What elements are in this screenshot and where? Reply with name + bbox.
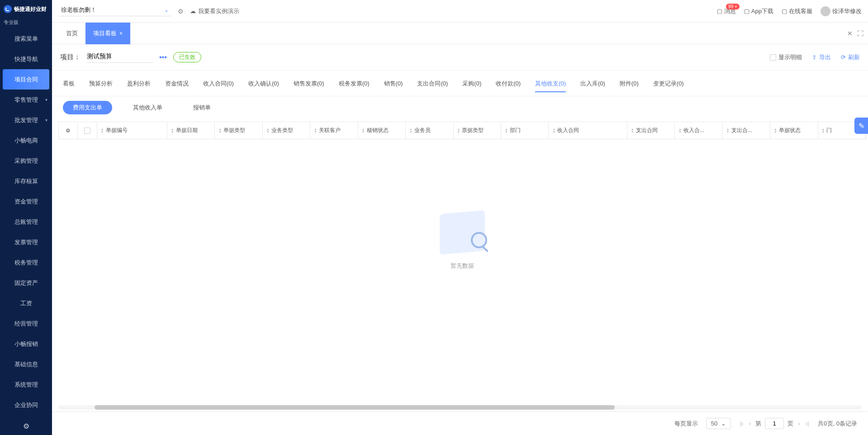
column-header[interactable]: ▲▼业务员 [406,122,453,139]
app-download-link[interactable]: ▢App下载 [744,7,773,15]
sort-icon[interactable]: ▲▼ [631,128,634,133]
tenant-settings-icon[interactable]: ⚙ [178,8,184,15]
sort-icon[interactable]: ▲▼ [314,128,317,133]
sidebar-item[interactable]: 系统管理 [0,374,52,395]
column-header[interactable]: ▲▼业务类型 [263,122,310,139]
sort-icon[interactable]: ▲▼ [505,128,508,133]
sidebar-item[interactable]: 企业协同 [0,395,52,415]
sidebar-item[interactable]: 采购管理 [0,151,52,171]
sidebar-item[interactable]: 小畅电商 [0,130,52,151]
chevron-down-icon[interactable]: ⌄ [164,7,169,13]
sort-icon[interactable]: ▲▼ [218,128,222,133]
sidebar-item[interactable]: 小畅报销 [0,334,52,354]
sidebar-item[interactable]: 税务管理 [0,252,52,273]
subtab[interactable]: 预算分析 [89,76,113,92]
column-header[interactable]: ▲▼单据状态 [770,122,818,139]
column-header[interactable]: ▲▼收入合... [675,122,722,139]
cloud-icon: ☁ [190,8,196,14]
filter-pill[interactable]: 报销单 [183,101,221,114]
column-header[interactable]: ▲▼收入合同 [549,122,627,139]
sidebar-item[interactable]: 批发管理 [0,110,52,130]
demo-link[interactable]: ☁ 我要看实例演示 [190,7,239,15]
action-icon: ▢ [782,8,787,14]
page-next-button[interactable]: › [797,419,801,428]
subtab[interactable]: 收入确认(0) [248,76,279,92]
page-prev-button[interactable]: ‹ [748,419,752,428]
column-header[interactable]: ▲▼单据类型 [215,122,262,139]
column-header[interactable]: ▲▼部门 [501,122,549,139]
subtab[interactable]: 变更记录(0) [653,76,684,92]
sort-icon[interactable]: ▲▼ [101,128,104,133]
sort-icon[interactable]: ▲▼ [171,128,174,133]
online-support-link[interactable]: ▢在线客服 [782,7,812,15]
subtab[interactable]: 销售(0) [384,76,403,92]
sidebar-item[interactable]: 发票管理 [0,232,52,252]
refresh-button[interactable]: ⟳ 刷新 [841,53,860,61]
subtab[interactable]: 采购(0) [462,76,481,92]
sidebar-item[interactable]: 固定资产 [0,273,52,293]
column-settings[interactable]: ⚙ [59,122,78,139]
tenant-selector[interactable]: 徐老板勿删！ ⌄ [58,6,171,16]
sidebar-item[interactable]: 总账管理 [0,212,52,232]
sidebar-settings[interactable]: ⚙ [0,417,52,435]
sort-icon[interactable]: ▲▼ [726,128,730,133]
subtab[interactable]: 收付款(0) [496,76,521,92]
column-header[interactable]: ▲▼单据日期 [167,122,215,139]
user-menu[interactable]: 徐泽华修改 [821,6,862,16]
tab[interactable]: 首页 [58,23,85,44]
subtab[interactable]: 附件(0) [620,76,639,92]
sort-icon[interactable]: ▲▼ [822,128,825,133]
sidebar-item[interactable]: 零售管理 [0,90,52,110]
tab[interactable]: 项目看板× [85,23,130,44]
sort-icon[interactable]: ▲▼ [409,128,413,133]
messages-link[interactable]: ▢消息99 + [717,7,736,15]
tab-close-all-icon[interactable]: ✕ [847,30,853,37]
scrollbar-thumb[interactable] [95,405,615,410]
subtab[interactable]: 税务发票(0) [339,76,370,92]
subtab[interactable]: 支出合同(0) [417,76,448,92]
sidebar-item[interactable]: 经营管理 [0,313,52,334]
subtab[interactable]: 其他收支(0) [535,76,566,92]
column-header[interactable]: ▲▼关联客户 [310,122,358,139]
sidebar-item[interactable]: 工资 [0,293,52,313]
subtab[interactable]: 收入合同(0) [203,76,234,92]
project-name[interactable]: 测试预算 [87,52,153,63]
sidebar-item[interactable]: 库存核算 [0,171,52,191]
sort-icon[interactable]: ▲▼ [678,128,682,133]
page-first-button[interactable]: |‹ [739,419,745,428]
column-header[interactable]: ▲▼票据类型 [454,122,501,139]
sidebar-item[interactable]: 快捷导航 [0,49,52,69]
select-all[interactable] [78,122,97,139]
sort-icon[interactable]: ▲▼ [362,128,365,133]
sidebar-item[interactable]: 新手引导 [0,415,52,417]
column-header[interactable]: ▲▼支出合... [723,122,770,139]
column-header[interactable]: ▲▼支出合同 [627,122,675,139]
subtab[interactable]: 盈利分析 [127,76,151,92]
sort-icon[interactable]: ▲▼ [457,128,460,133]
filter-pill[interactable]: 其他收入单 [123,101,172,114]
sort-icon[interactable]: ▲▼ [774,128,777,133]
sort-icon[interactable]: ▲▼ [552,128,555,133]
sidebar-item[interactable]: 基础信息 [0,354,52,374]
more-actions-icon[interactable]: ••• [159,53,167,61]
sidebar-item[interactable]: 搜索菜单 [0,28,52,49]
per-page-select[interactable]: 50 ⌄ [706,418,731,429]
column-header[interactable]: ▲▼单据编号 [97,122,167,139]
filter-pill[interactable]: 费用支出单 [63,101,112,114]
horizontal-scrollbar[interactable] [58,405,862,410]
subtab[interactable]: 出入库(0) [580,76,605,92]
show-detail-toggle[interactable]: 显示明细 [770,53,802,61]
tab-close-icon[interactable]: × [119,30,123,37]
subtab[interactable]: 看板 [63,76,75,92]
subtab[interactable]: 资金情况 [165,76,189,92]
page-input[interactable] [765,418,784,429]
sort-icon[interactable]: ▲▼ [266,128,270,133]
export-button[interactable]: ⇪ 导出 [812,53,831,61]
subtab[interactable]: 销售发票(0) [294,76,324,92]
sidebar-item[interactable]: 资金管理 [0,191,52,212]
fullscreen-icon[interactable]: ⛶ [857,30,863,37]
page-last-button[interactable]: ›| [805,419,810,428]
float-feedback-button[interactable]: ✎ [854,118,868,134]
column-header[interactable]: ▲▼核销状态 [358,122,406,139]
sidebar-item[interactable]: 项目合同 [3,69,49,90]
